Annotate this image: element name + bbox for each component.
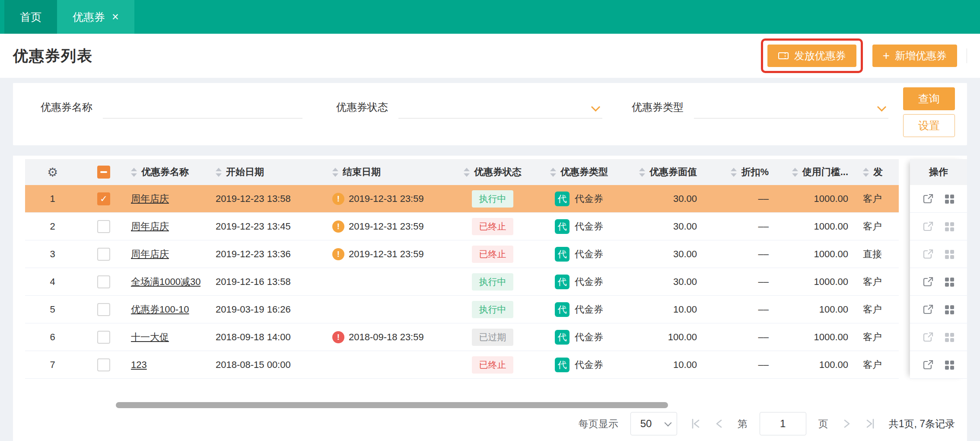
discount: ––: [706, 221, 780, 232]
more-actions-icon[interactable]: [944, 249, 955, 260]
row-index: 4: [25, 276, 80, 288]
operation-column: 操作: [910, 159, 967, 379]
filter-coupon-name: 优惠券名称: [41, 96, 302, 118]
sort-icon[interactable]: [639, 168, 645, 177]
tab-coupon[interactable]: 优惠券 ×: [57, 0, 134, 34]
settings-button[interactable]: 设置: [903, 114, 955, 137]
first-page-button[interactable]: [689, 418, 701, 430]
close-icon[interactable]: ×: [112, 11, 119, 23]
face-value: 10.00: [620, 359, 706, 371]
issue-mode: 客户: [858, 192, 899, 205]
sort-icon[interactable]: [792, 168, 798, 177]
column-header-name: 优惠券名称: [141, 166, 189, 179]
tab-home[interactable]: 首页: [4, 0, 57, 34]
column-header-status: 优惠券状态: [474, 166, 522, 179]
table-row[interactable]: 4 全场满1000减30 2019-12-16 13:58 执行中 代代金券 3…: [25, 268, 899, 296]
add-coupon-button[interactable]: + 新增优惠券: [872, 45, 957, 67]
page-number-input[interactable]: [760, 412, 806, 435]
export-icon[interactable]: [922, 276, 934, 288]
filter-coupon-status: 优惠券状态: [336, 96, 602, 118]
export-icon[interactable]: [922, 248, 934, 260]
ticket-icon: [778, 50, 789, 61]
coupon-name-link[interactable]: 全场满1000减30: [131, 275, 200, 288]
voucher-type-icon: 代: [555, 302, 570, 317]
status-badge: 执行中: [472, 301, 513, 318]
sort-icon[interactable]: [332, 168, 338, 177]
last-page-button[interactable]: [865, 418, 877, 430]
more-actions-icon[interactable]: [944, 276, 955, 288]
row-checkbox[interactable]: [97, 220, 110, 233]
start-date: 2019-12-23 13:36: [210, 249, 326, 260]
sort-icon[interactable]: [131, 168, 137, 177]
per-page-select[interactable]: 50: [630, 412, 677, 435]
select-all-checkbox[interactable]: [97, 166, 110, 179]
face-value: 100.00: [620, 332, 706, 343]
row-checkbox[interactable]: [97, 331, 110, 344]
discount: ––: [706, 359, 780, 371]
coupon-status-select[interactable]: [398, 96, 602, 118]
face-value: 30.00: [620, 276, 706, 288]
coupon-name-link[interactable]: 周年店庆: [131, 220, 169, 233]
coupon-name-link[interactable]: 123: [131, 359, 147, 371]
table-row[interactable]: 7 123 2018-08-15 00:00 已终止 代代金券 10.00 ––…: [25, 351, 899, 379]
sort-icon[interactable]: [731, 168, 737, 177]
coupon-name-link[interactable]: 周年店庆: [131, 192, 169, 205]
next-page-button[interactable]: [840, 418, 853, 430]
face-value: 10.00: [620, 304, 706, 315]
page-title: 优惠券列表: [13, 46, 93, 66]
sort-icon[interactable]: [216, 168, 222, 177]
export-icon[interactable]: [922, 359, 934, 371]
row-checkbox[interactable]: [97, 303, 110, 316]
coupon-name-link[interactable]: 周年店庆: [131, 248, 169, 261]
more-actions-icon[interactable]: [944, 332, 955, 343]
gear-icon[interactable]: ⚙: [47, 165, 58, 179]
column-header-issue: 发: [873, 166, 883, 179]
sort-icon[interactable]: [464, 168, 470, 177]
table-row[interactable]: 1 周年店庆 2019-12-23 13:58 2019-12-31 23:59…: [25, 185, 899, 213]
column-header-start: 开始日期: [226, 166, 264, 179]
threshold: 1000.00: [780, 193, 858, 205]
horizontal-scrollbar: [25, 402, 899, 409]
coupon-name-link[interactable]: 十一大促: [131, 331, 169, 344]
coupon-name-input[interactable]: [103, 96, 302, 118]
voucher-type-icon: 代: [555, 247, 570, 262]
discount: ––: [706, 193, 780, 205]
row-checkbox[interactable]: [97, 248, 110, 261]
row-index: 1: [25, 193, 80, 205]
export-icon[interactable]: [922, 193, 934, 205]
header-actions: 发放优惠券 + 新增优惠券: [761, 38, 967, 73]
row-checkbox[interactable]: [97, 358, 110, 371]
row-checkbox[interactable]: [97, 192, 110, 205]
prev-page-button[interactable]: [713, 418, 725, 430]
export-icon[interactable]: [922, 220, 934, 233]
table-row[interactable]: 6 十一大促 2018-09-18 14:00 2018-09-18 23:59…: [25, 323, 899, 351]
export-icon[interactable]: [922, 304, 934, 316]
threshold: 1000.00: [780, 221, 858, 232]
coupon-name-link[interactable]: 优惠券100-10: [131, 303, 189, 316]
export-icon[interactable]: [922, 331, 934, 343]
more-actions-icon[interactable]: [944, 304, 955, 315]
more-actions-icon[interactable]: [944, 221, 955, 232]
face-value: 30.00: [620, 249, 706, 260]
coupon-type-select[interactable]: [694, 96, 888, 118]
table-row[interactable]: 3 周年店庆 2019-12-23 13:36 2019-12-31 23:59…: [25, 240, 899, 268]
table-row[interactable]: 2 周年店庆 2019-12-23 13:45 2019-12-31 23:59…: [25, 213, 899, 240]
search-button[interactable]: 查询: [903, 87, 955, 110]
annotation-highlight-box: 发放优惠券: [761, 38, 863, 73]
threshold: 100.00: [780, 359, 858, 371]
issue-coupon-button[interactable]: 发放优惠券: [767, 45, 856, 67]
pagination-bar: 每页显示 50 第 页 共1页, 7条记录: [579, 412, 955, 436]
sort-icon[interactable]: [550, 168, 556, 177]
column-header-threshold: 使用门槛...: [802, 166, 848, 179]
table-row[interactable]: 5 优惠券100-10 2019-03-19 16:26 执行中 代代金券 10…: [25, 296, 899, 323]
tab-bar: 首页 优惠券 ×: [0, 0, 980, 34]
scrollbar-thumb[interactable]: [116, 402, 668, 408]
sort-icon[interactable]: [863, 168, 869, 177]
more-actions-icon[interactable]: [944, 193, 955, 205]
status-badge: 已终止: [472, 356, 513, 374]
more-actions-icon[interactable]: [944, 359, 955, 371]
row-actions: [910, 268, 967, 296]
voucher-type-icon: 代: [555, 330, 570, 345]
row-actions: [910, 323, 967, 351]
row-checkbox[interactable]: [97, 275, 110, 288]
